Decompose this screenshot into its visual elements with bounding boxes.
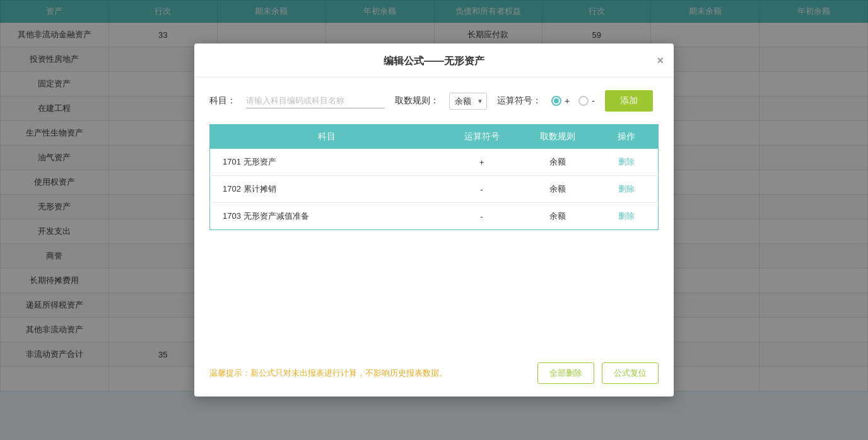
cell-action: 删除 [595, 149, 659, 176]
cell-operator: - [444, 203, 520, 230]
delete-row-button[interactable]: 删除 [618, 211, 635, 221]
table-header-rule: 取数规则 [520, 125, 595, 149]
radio-minus-circle [578, 96, 589, 106]
reset-formula-button[interactable]: 公式复位 [602, 362, 659, 384]
table-row: 1702 累计摊销-余额删除 [210, 176, 659, 203]
cell-rule: 余额 [520, 176, 595, 203]
operator-plus-label: + [565, 96, 570, 106]
cell-operator: - [444, 176, 520, 203]
rule-label: 取数规则： [395, 95, 439, 107]
operator-label: 运算符号： [497, 95, 541, 107]
modal-dialog: 编辑公式——无形资产 × 科目： 取数规则： 余额 ▼ 运算符号： [194, 43, 674, 397]
cell-operator: + [444, 149, 520, 176]
footer-hint: 温馨提示：新公式只对未出报表进行计算，不影响历史报表数据。 [209, 368, 447, 379]
operator-minus-radio[interactable]: - [578, 96, 595, 106]
modal-body: 科目： 取数规则： 余额 ▼ 运算符号： + [194, 78, 674, 352]
form-row: 科目： 取数规则： 余额 ▼ 运算符号： + [209, 90, 659, 112]
modal-title: 编辑公式——无形资产 [384, 55, 484, 66]
cell-subject: 1703 无形资产减值准备 [210, 203, 444, 230]
delete-row-button[interactable]: 删除 [618, 184, 635, 194]
table-header-subject: 科目 [210, 125, 444, 149]
cell-action: 删除 [595, 203, 659, 230]
operator-plus-radio[interactable]: + [551, 96, 570, 106]
delete-all-button[interactable]: 全部删除 [537, 362, 594, 384]
rule-select[interactable]: 余额 [449, 93, 487, 110]
formula-table: 科目 运算符号 取数规则 操作 1701 无形资产+余额删除1702 累计摊销-… [209, 124, 659, 230]
cell-subject: 1701 无形资产 [210, 149, 444, 176]
cell-subject: 1702 累计摊销 [210, 176, 444, 203]
footer-buttons: 全部删除 公式复位 [537, 362, 659, 384]
modal-close-button[interactable]: × [657, 55, 664, 66]
modal-footer: 温馨提示：新公式只对未出报表进行计算，不影响历史报表数据。 全部删除 公式复位 [194, 352, 674, 397]
subject-input[interactable] [246, 93, 385, 108]
radio-plus-circle [551, 96, 561, 106]
operator-minus-label: - [592, 96, 595, 106]
table-header-action: 操作 [595, 125, 659, 149]
cell-rule: 余额 [520, 149, 595, 176]
delete-row-button[interactable]: 删除 [618, 157, 635, 166]
modal-header: 编辑公式——无形资产 × [194, 43, 674, 78]
add-button[interactable]: 添加 [605, 90, 653, 112]
subject-label: 科目： [209, 95, 236, 107]
modal-overlay: 编辑公式——无形资产 × 科目： 取数规则： 余额 ▼ 运算符号： [0, 0, 868, 440]
table-row: 1703 无形资产减值准备-余额删除 [210, 203, 659, 230]
table-row: 1701 无形资产+余额删除 [210, 149, 659, 176]
cell-action: 删除 [595, 176, 659, 203]
operator-radio-group: + - [551, 96, 595, 106]
rule-select-wrap[interactable]: 余额 ▼ [449, 93, 487, 110]
table-header-operator: 运算符号 [444, 125, 520, 149]
cell-rule: 余额 [520, 203, 595, 230]
